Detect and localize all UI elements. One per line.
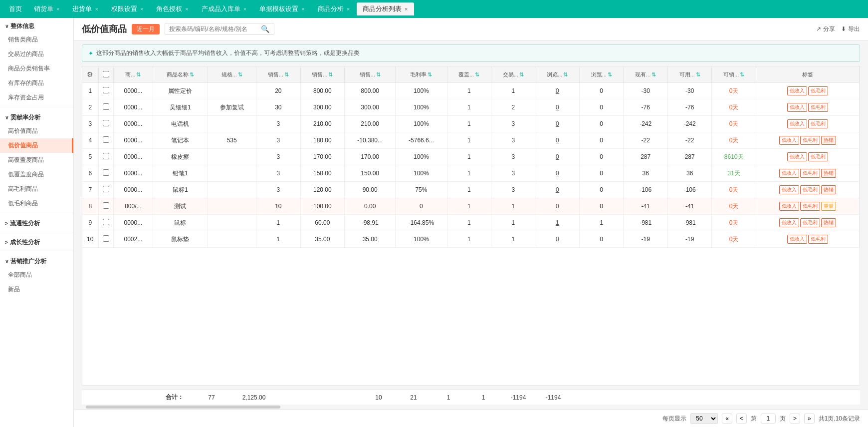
col-sellable[interactable]: 可销...⇅ (712, 66, 756, 83)
col-spec[interactable]: 规格...⇅ (208, 66, 256, 83)
row-qty1: 3 (256, 149, 300, 165)
sidebar-item-new-goods[interactable]: 新品 (0, 282, 73, 297)
nav-analysis[interactable]: 商品分析× (312, 2, 356, 15)
sidebar-group-growth-title[interactable]: > 成长性分析 (0, 234, 73, 249)
sellable-days: 31天 (727, 170, 740, 177)
sidebar-group-circulation-title[interactable]: > 流通性分析 (0, 215, 73, 230)
sidebar-item-low-profit[interactable]: 低毛利商品 (0, 196, 73, 211)
row-qty1: 1 (256, 231, 300, 248)
nav-inventory[interactable]: 产成品入库单× (196, 2, 252, 15)
browse-link[interactable]: 0 (556, 203, 559, 210)
nav-sales[interactable]: 销货单× (28, 2, 65, 15)
row-checkbox-cell (98, 231, 113, 248)
close-purchase-icon[interactable]: × (95, 6, 98, 12)
sidebar-group-contribution-title[interactable]: ∨ 贡献率分析 (0, 109, 73, 124)
col-code[interactable]: 商...⇅ (113, 66, 153, 83)
sidebar-item-sales-goods[interactable]: 销售类商品 (0, 32, 73, 47)
row-checkbox[interactable] (103, 219, 109, 225)
close-inventory-icon[interactable]: × (243, 6, 246, 12)
row-spec: 535 (208, 132, 256, 149)
col-trade[interactable]: 交易...⇅ (491, 66, 535, 83)
gear-icon[interactable]: ⚙ (87, 70, 93, 78)
close-analysis-list-icon[interactable]: × (405, 6, 408, 12)
row-price2: 35.00 (345, 231, 396, 248)
row-available: -242 (667, 116, 711, 132)
row-available: -30 (667, 83, 711, 99)
nav-templates[interactable]: 单据模板设置× (253, 2, 310, 15)
col-current[interactable]: 现有...⇅ (624, 66, 667, 83)
nav-purchase[interactable]: 进货单× (66, 2, 104, 15)
col-browse1[interactable]: 浏览...⇅ (535, 66, 579, 83)
sidebar-item-low-value[interactable]: 低价值商品 (0, 138, 73, 153)
row-checkbox[interactable] (103, 136, 109, 143)
row-code: 0000... (113, 165, 153, 182)
row-checkbox[interactable] (103, 235, 109, 242)
sidebar-item-low-coverage[interactable]: 低覆盖度商品 (0, 167, 73, 182)
tag: 热销 (821, 185, 836, 194)
row-qty1: 3 (256, 165, 300, 182)
select-all-checkbox[interactable] (103, 71, 109, 77)
nav-home[interactable]: 首页 (4, 2, 27, 15)
row-checkbox[interactable] (103, 87, 109, 93)
sidebar-item-stock-goods[interactable]: 有库存的商品 (0, 76, 73, 90)
horizontal-scrollbar[interactable] (86, 406, 280, 409)
browse-link[interactable]: 1 (556, 219, 559, 226)
browse-link[interactable]: 0 (556, 170, 559, 177)
row-checkbox[interactable] (103, 120, 109, 126)
browse-link[interactable]: 0 (556, 104, 559, 111)
nav-permissions[interactable]: 权限设置× (105, 2, 149, 15)
sidebar-item-high-value[interactable]: 高价值商品 (0, 124, 73, 138)
browse-link[interactable]: 0 (556, 120, 559, 127)
row-checkbox[interactable] (103, 186, 109, 192)
col-cover[interactable]: 覆盖...⇅ (447, 66, 491, 83)
sidebar-item-traded-goods[interactable]: 交易过的商品 (0, 47, 73, 61)
row-checkbox[interactable] (103, 103, 109, 110)
summary-price1: 2,125.00 (231, 394, 276, 401)
export-button[interactable]: ⬇ 导出 (841, 25, 860, 33)
browse-link[interactable]: 0 (556, 87, 559, 94)
next-page-button[interactable]: > (790, 414, 800, 424)
browse-link[interactable]: 0 (556, 137, 559, 144)
row-checkbox[interactable] (103, 153, 109, 159)
sidebar-item-all-goods[interactable]: 全部商品 (0, 268, 73, 282)
browse-link[interactable]: 0 (556, 236, 559, 243)
col-price1[interactable]: 销售...⇅ (300, 66, 344, 83)
first-page-button[interactable]: « (722, 414, 732, 424)
sidebar-item-high-profit[interactable]: 高毛利商品 (0, 182, 73, 196)
row-spec: 参加复试 (208, 99, 256, 116)
sidebar-item-stock-capital[interactable]: 库存资金占用 (0, 90, 73, 105)
last-page-button[interactable]: » (804, 414, 815, 424)
prev-page-button[interactable]: < (736, 414, 747, 424)
nav-analysis-list[interactable]: 商品分析列表× (357, 2, 414, 15)
page-number-input[interactable] (761, 414, 776, 424)
close-roles-icon[interactable]: × (185, 6, 188, 12)
row-checkbox[interactable] (103, 169, 109, 176)
close-permissions-icon[interactable]: × (140, 6, 143, 12)
col-margin[interactable]: 毛利率⇅ (396, 66, 447, 83)
row-checkbox[interactable] (103, 202, 109, 209)
row-trade: 1 (491, 215, 535, 231)
browse-link[interactable]: 0 (556, 186, 559, 193)
filter-button[interactable]: 近一月 (132, 24, 160, 34)
tag: 低毛利 (800, 202, 820, 211)
sidebar-item-category-rate[interactable]: 商品分类销售率 (0, 61, 73, 76)
sidebar-item-high-coverage[interactable]: 高覆盖度商品 (0, 153, 73, 167)
sidebar-group-marketing-title[interactable]: ∨ 营销推广分析 (0, 253, 73, 268)
search-icon[interactable]: 🔍 (261, 25, 269, 33)
close-templates-icon[interactable]: × (301, 6, 304, 12)
nav-roles[interactable]: 角色授权× (150, 2, 194, 15)
col-settings[interactable]: ⚙ (82, 66, 98, 83)
col-price2[interactable]: 销售...⇅ (345, 66, 396, 83)
col-qty1[interactable]: 销售...⇅ (256, 66, 300, 83)
col-available[interactable]: 可用...⇅ (667, 66, 711, 83)
share-button[interactable]: ↗ 分享 (816, 25, 835, 33)
browse-link[interactable]: 0 (556, 153, 559, 160)
close-sales-icon[interactable]: × (56, 6, 59, 12)
notice-text: 这部分商品的销售收入大幅低于商品平均销售收入，价值不高，可考虑调整营销策略，或是… (96, 49, 360, 57)
col-browse2[interactable]: 浏览...⇅ (579, 66, 623, 83)
close-analysis-icon[interactable]: × (347, 6, 350, 12)
col-name[interactable]: 商品名称⇅ (153, 66, 208, 83)
sidebar-group-overview-title[interactable]: ∨ 整体信息 (0, 18, 73, 32)
search-input[interactable] (169, 25, 259, 32)
page-size-select[interactable]: 50 10 20 100 (690, 413, 718, 424)
